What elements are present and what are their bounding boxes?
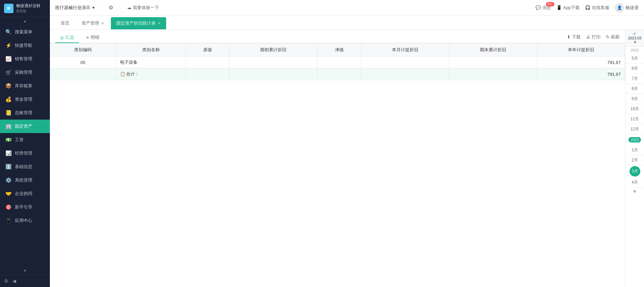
sidebar-item-sales[interactable]: 📈 销售管理 xyxy=(0,52,50,66)
action-icon-print: 🖨 xyxy=(586,34,590,39)
sidebar-item-guide[interactable]: 🎯 新手引导 xyxy=(0,200,50,214)
table-total-cell xyxy=(361,68,449,80)
sub-tab-icon-summary: ◎ xyxy=(60,35,64,40)
sidebar-icon-operations: 📊 xyxy=(5,150,11,156)
sidebar-item-funds[interactable]: 💰 资金管理 xyxy=(0,93,50,106)
report-panel: ◎ 汇总 ≡ 明细 ⬇ 下载 🖨 打印 ↻ 刷新 类别编码类别名称原值期初 xyxy=(50,30,625,287)
date-month-2022-9月[interactable]: 9月 xyxy=(625,94,644,104)
date-year-2022: 2022 xyxy=(625,47,644,54)
table-body: 05电子设备791.67📋合计：791.67 xyxy=(50,57,625,80)
date-month-2022-12月[interactable]: 12月 xyxy=(625,124,644,134)
date-panel-title: 2023.03 xyxy=(628,36,642,40)
date-month-2022-10月[interactable]: 10月 xyxy=(625,104,644,114)
sidebar-item-purchase[interactable]: 🛒 采购管理 xyxy=(0,66,50,79)
tab-depreciation-report[interactable]: 固定资产折旧统计表✕ xyxy=(111,17,166,29)
date-month-2022-11月[interactable]: 11月 xyxy=(625,114,644,124)
sub-tab-summary[interactable]: ◎ 汇总 xyxy=(55,32,79,43)
sidebar-item-fixed-assets[interactable]: 🏢 固定资产 xyxy=(0,120,50,133)
collapse-icon[interactable]: ◀ xyxy=(12,278,16,284)
table-cell xyxy=(361,57,449,68)
table-cell xyxy=(449,57,537,68)
tab-label-depreciation-report: 固定资产折旧统计表 xyxy=(116,20,156,26)
sidebar-item-search[interactable]: 🔍 搜索菜单 xyxy=(0,25,50,39)
sub-tab-label-detail: 明细 xyxy=(91,34,99,40)
topbar-label-app-download: App下载 xyxy=(563,5,580,11)
sidebar-icon-sales: 📈 xyxy=(5,56,11,62)
tab-home[interactable]: 首页 xyxy=(55,17,75,29)
sidebar-label-enterprise: 企业协同 xyxy=(15,191,32,197)
date-month-2022-7月[interactable]: 7月 xyxy=(625,74,644,84)
date-nav-down[interactable]: ▼ xyxy=(625,188,644,195)
company-name: 医疗器械行业演示 xyxy=(55,5,90,11)
sidebar-item-operations[interactable]: 📊 经营管理 xyxy=(0,147,50,160)
sub-tab-icon-detail: ≡ xyxy=(86,35,89,40)
topbar-settings-icon[interactable]: ⚙ xyxy=(109,4,113,11)
action-refresh[interactable]: ↻ 刷新 xyxy=(606,34,620,40)
date-panel-close-icon[interactable]: ✕ xyxy=(634,40,637,44)
table-header-cell: 原值 xyxy=(186,43,229,57)
table-total-cell xyxy=(186,68,229,80)
sidebar-item-ledger[interactable]: 📒 总账管理 xyxy=(0,106,50,120)
sidebar-item-enterprise[interactable]: 🤝 企业协同 xyxy=(0,187,50,200)
sidebar-menu: 🔍 搜索菜单 ⚡ 快捷导航 📈 销售管理 🛒 采购管理 📦 库存核算 💰 资金管… xyxy=(0,25,50,266)
sub-tabs-right: ⬇ 下载 🖨 打印 ↻ 刷新 xyxy=(567,34,620,41)
table-header-cell: 期末累计折旧 xyxy=(449,43,537,57)
sub-tab-label-summary: 汇总 xyxy=(65,34,74,40)
sidebar-icon-system: ⚙️ xyxy=(5,177,11,183)
action-download[interactable]: ⬇ 下载 xyxy=(567,34,581,40)
topbar-messages[interactable]: 💬 消息 99+ xyxy=(535,5,551,11)
date-month-2022-6月[interactable]: 6月 xyxy=(625,64,644,74)
sidebar-scroll-down[interactable]: ▼ xyxy=(0,266,50,275)
settings-footer-icon[interactable]: ⚙ xyxy=(4,278,8,284)
sidebar-item-salary[interactable]: 💵 工资 xyxy=(0,133,50,147)
company-selector[interactable]: 医疗器械行业演示 ▾ xyxy=(55,5,95,11)
sidebar-icon-basic-info: ℹ️ xyxy=(5,164,11,170)
date-panel-expand-icon[interactable]: ⤢ xyxy=(633,32,636,36)
sidebar-item-inventory[interactable]: 📦 库存核算 xyxy=(0,79,50,93)
sidebar-icon-search: 🔍 xyxy=(5,29,11,35)
tab-asset-mgmt[interactable]: 资产管理✕ xyxy=(76,17,110,29)
table-header-cell: 本年计提折旧 xyxy=(537,43,625,57)
experience-label: 我要体验一下 xyxy=(133,5,159,11)
tab-close-depreciation-report[interactable]: ✕ xyxy=(158,21,161,26)
topbar-app-download[interactable]: 📱 App下载 xyxy=(556,5,580,11)
sidebar-item-basic-info[interactable]: ℹ️ 基础信息 xyxy=(0,160,50,173)
main-content: 医疗器械行业演示 ▾ ⚙ ☁ 我要体验一下 💬 消息 99+ 📱 App下载 🎧… xyxy=(50,0,644,287)
action-print[interactable]: 🖨 打印 xyxy=(586,34,601,40)
sub-tab-detail[interactable]: ≡ 明细 xyxy=(82,32,104,43)
action-label-refresh: 刷新 xyxy=(611,34,620,40)
content-area: ◎ 汇总 ≡ 明细 ⬇ 下载 🖨 打印 ↻ 刷新 类别编码类别名称原值期初 xyxy=(50,30,644,287)
date-month-2023-3月[interactable]: 3月 xyxy=(630,166,640,177)
date-year-2023-badge: 2023 xyxy=(628,137,641,142)
table-header-cell: 期初累计折旧 xyxy=(229,43,317,57)
tab-close-asset-mgmt[interactable]: ✕ xyxy=(101,21,104,26)
table-total-row: 📋合计：791.67 xyxy=(50,68,625,80)
date-month-2022-8月[interactable]: 8月 xyxy=(625,84,644,94)
sidebar-icon-app-center: 📱 xyxy=(5,218,11,224)
date-month-2023-2月[interactable]: 2月 xyxy=(625,155,644,165)
date-month-2022-5月[interactable]: 5月 xyxy=(625,54,644,64)
date-month-2023-4月[interactable]: 4月 xyxy=(625,178,644,188)
sidebar-scroll-up[interactable]: ▲ xyxy=(0,17,50,25)
sidebar-icon-salary: 💵 xyxy=(5,137,11,143)
date-panel-header: ⤢ 2023.03 ✕ xyxy=(625,30,644,47)
table-header-cell: 类别名称 xyxy=(116,43,186,57)
table-row: 05电子设备791.67 xyxy=(50,57,625,68)
sidebar-label-guide: 新手引导 xyxy=(15,204,32,210)
sidebar-icon-purchase: 🛒 xyxy=(5,69,11,75)
sidebar-item-system[interactable]: ⚙️ 系统管理 xyxy=(0,173,50,187)
sidebar-label-search: 搜索菜单 xyxy=(15,29,32,35)
table-total-cell xyxy=(229,68,317,80)
sidebar-label-operations: 经营管理 xyxy=(15,150,32,156)
date-year-2023-wrap: 2023 xyxy=(625,134,644,145)
topbar: 医疗器械行业演示 ▾ ⚙ ☁ 我要体验一下 💬 消息 99+ 📱 App下载 🎧… xyxy=(50,0,644,15)
topbar-customer-service[interactable]: 🎧 在线客服 xyxy=(585,5,609,11)
sidebar-label-funds: 资金管理 xyxy=(15,96,32,102)
experience-button[interactable]: ☁ 我要体验一下 xyxy=(127,5,159,11)
topbar-user[interactable]: 👤 畅捷通 xyxy=(615,3,639,12)
table-header-row: 类别编码类别名称原值期初累计折旧净值本月计提折旧期末累计折旧本年计提折旧 xyxy=(50,43,625,57)
date-month-2023-1月[interactable]: 1月 xyxy=(625,145,644,155)
sidebar-icon-fixed-assets: 🏢 xyxy=(5,123,11,129)
sidebar-item-app-center[interactable]: 📱 应用中心 xyxy=(0,214,50,227)
sidebar-item-quick-nav[interactable]: ⚡ 快捷导航 xyxy=(0,39,50,52)
